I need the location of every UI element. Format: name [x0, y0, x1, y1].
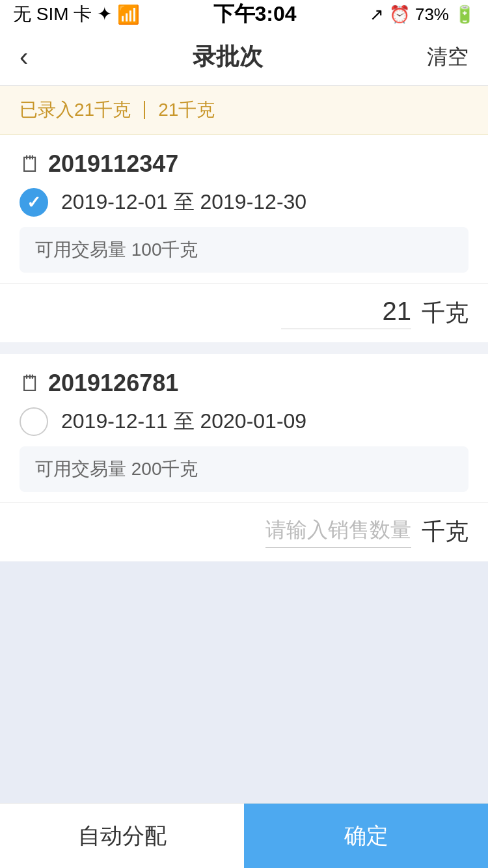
batch-1-card: 🗒 2019112347 2019-12-01 至 2019-12-30 可用交… — [0, 135, 488, 342]
batch-1-number: 2019112347 — [48, 150, 178, 178]
info-banner: 已录入21千克 21千克 — [0, 86, 488, 135]
card-divider-1 — [0, 344, 488, 354]
wifi-icon: 📶 — [117, 4, 140, 25]
batch-2-header: 🗒 2019126781 — [0, 354, 488, 407]
batch-2-number: 2019126781 — [48, 370, 178, 397]
battery-icon: 🔋 — [454, 5, 475, 25]
alarm-icon: ⏰ — [389, 5, 410, 25]
batch-2-quantity-underline: 请输入销售数量 — [265, 516, 411, 548]
page-title: 录批次 — [193, 41, 263, 73]
batch-1-date-row[interactable]: 2019-12-01 至 2019-12-30 — [0, 188, 488, 227]
empty-area — [0, 562, 488, 822]
batch-1-quantity-value[interactable]: 21 — [359, 297, 411, 326]
clear-button[interactable]: 清空 — [427, 43, 468, 72]
batch-2-date-range: 2019-12-11 至 2020-01-09 — [61, 407, 306, 436]
banner-divider — [144, 101, 145, 119]
batch-2-icon: 🗒 — [20, 371, 42, 396]
recorded-label: 已录入21千克 — [20, 98, 131, 122]
batch-2-card: 🗒 2019126781 2019-12-11 至 2020-01-09 可用交… — [0, 354, 488, 561]
nav-bar: ‹ 录批次 清空 — [0, 29, 488, 86]
back-button[interactable]: ‹ — [20, 42, 28, 72]
batch-1-quantity-row: 21 千克 — [0, 283, 488, 342]
batch-1-radio[interactable] — [20, 188, 48, 217]
auto-distribute-button[interactable]: 自动分配 — [0, 804, 244, 868]
bottom-bar: 自动分配 确定 — [0, 803, 488, 868]
location-icon: ↗ — [370, 5, 384, 25]
main-content: 已录入21千克 21千克 🗒 2019112347 2019-12-01 至 2… — [0, 86, 488, 868]
batch-1-availability: 可用交易量 100千克 — [20, 227, 468, 273]
value-label: 21千克 — [158, 98, 215, 122]
status-left: 无 SIM 卡 ✦ 📶 — [13, 2, 140, 27]
status-right: ↗ ⏰ 73% 🔋 — [370, 5, 475, 25]
batch-2-availability: 可用交易量 200千克 — [20, 446, 468, 492]
batch-2-quantity-placeholder[interactable]: 请输入销售数量 — [265, 516, 411, 545]
batch-1-unit: 千克 — [422, 297, 468, 329]
confirm-button[interactable]: 确定 — [244, 804, 488, 868]
status-bar: 无 SIM 卡 ✦ 📶 下午3:04 ↗ ⏰ 73% 🔋 — [0, 0, 488, 29]
battery-label: 73% — [415, 5, 449, 25]
status-time: 下午3:04 — [213, 0, 297, 29]
batch-1-header: 🗒 2019112347 — [0, 135, 488, 188]
sim-label: 无 SIM 卡 ✦ — [13, 2, 112, 27]
batch-2-radio[interactable] — [20, 407, 48, 436]
batch-1-icon: 🗒 — [20, 152, 42, 177]
batch-1-quantity-underline: 21 — [281, 297, 411, 329]
batch-2-quantity-row: 请输入销售数量 千克 — [0, 502, 488, 561]
batch-2-date-row[interactable]: 2019-12-11 至 2020-01-09 — [0, 407, 488, 446]
batch-1-date-range: 2019-12-01 至 2019-12-30 — [61, 188, 306, 217]
batch-2-unit: 千克 — [422, 516, 468, 548]
